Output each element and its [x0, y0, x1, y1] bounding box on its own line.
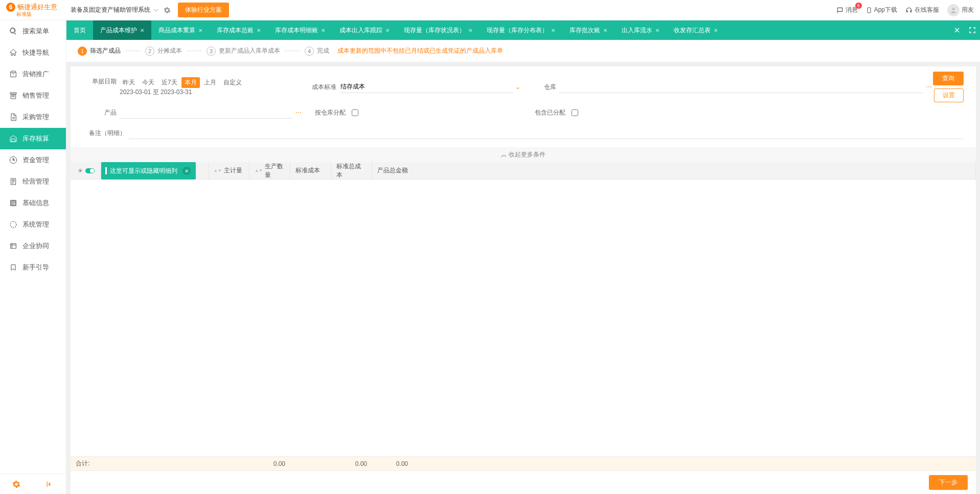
query-button[interactable]: 查询 [933, 72, 964, 85]
include-allocated-label: 包含已分配 [522, 108, 568, 117]
sidebar-item-4[interactable]: 采购管理 [0, 106, 66, 128]
sidebar-item-label: 资金管理 [22, 155, 49, 165]
tab-close-button[interactable]: ✕ [257, 28, 261, 33]
date-quick-5[interactable]: 自定义 [220, 77, 245, 88]
sidebar-item-2[interactable]: 营销推广 [0, 63, 66, 85]
messages-badge: 6 [855, 3, 862, 9]
avatar-icon [947, 4, 960, 16]
table-body [71, 179, 976, 456]
menu-icon [9, 27, 17, 35]
product-input[interactable] [120, 107, 292, 119]
tab-7[interactable]: 现存量（库存分布表）✕ [480, 20, 562, 40]
messages-button[interactable]: 消息 6 [836, 6, 858, 14]
sidebar-collapse-button[interactable] [45, 480, 54, 488]
sidebar-item-1[interactable]: 快捷导航 [0, 42, 66, 63]
date-quick-0[interactable]: 昨天 [120, 77, 138, 88]
tab-close-button[interactable]: ✕ [714, 28, 718, 33]
remark-input[interactable] [129, 127, 964, 139]
column-header-std-total[interactable]: 标准总成本 [331, 162, 372, 179]
sidebar-item-label: 搜索菜单 [22, 27, 49, 36]
sidebar-settings-button[interactable] [12, 480, 20, 488]
column-header-std-cost[interactable]: 标准成本 [290, 162, 331, 179]
sidebar-item-10[interactable]: 企业协同 [0, 235, 66, 257]
sidebar-item-9[interactable]: 系统管理 [0, 214, 66, 235]
tab-0[interactable]: 首页 [66, 20, 93, 40]
close-all-tabs-button[interactable] [949, 27, 965, 33]
filter-settings-button[interactable]: 设置 [934, 88, 964, 102]
tab-label: 出入库流水 [622, 26, 652, 35]
gear-icon [77, 168, 83, 174]
cta-button[interactable]: 体验行业方案 [178, 3, 229, 17]
tab-4[interactable]: 库存成本明细账✕ [268, 20, 332, 40]
collapse-icon [45, 480, 54, 488]
sidebar-item-5[interactable]: 库存核算 [0, 128, 66, 149]
step-0: 1筛选产成品 [78, 47, 121, 56]
product-label: 产品 [83, 108, 120, 117]
tab-close-button[interactable]: ✕ [655, 28, 659, 33]
customer-service-button[interactable]: 在线客服 [905, 6, 939, 14]
by-warehouse-checkbox[interactable] [352, 109, 358, 116]
sidebar-item-7[interactable]: 经营管理 [0, 171, 66, 192]
by-warehouse-label: 按仓库分配 [303, 108, 349, 117]
menu-icon [9, 113, 17, 121]
system-settings-button[interactable] [164, 7, 171, 14]
steps-bar: 1筛选产成品2分摊成本3更新产成品入库单成本4完成 成本更新的范围中不包括已月结… [66, 40, 980, 62]
result-table: 这里可显示或隐藏明细列 ✕ ▲▼主计量 ▲▼生产数量 标准成本 标准总成本 产品… [71, 162, 976, 470]
remark-label: 备注（明细） [83, 129, 129, 138]
product-picker-button[interactable]: ⋯ [295, 109, 303, 116]
tab-close-button[interactable]: ✕ [551, 28, 555, 33]
app-download-button[interactable]: App下载 [866, 6, 897, 14]
tab-3[interactable]: 库存成本总账✕ [210, 20, 268, 40]
tab-9[interactable]: 出入库流水✕ [614, 20, 667, 40]
warehouse-input[interactable] [559, 81, 923, 93]
column-header-amount[interactable]: 产品总金额 [372, 162, 976, 179]
next-step-button[interactable]: 下一步 [929, 475, 968, 490]
fullscreen-button[interactable] [965, 27, 980, 33]
sidebar-item-8[interactable]: 基础信息 [0, 192, 66, 214]
tab-6[interactable]: 现存量（库存状况表）✕ [397, 20, 480, 40]
step-number: 4 [305, 47, 314, 56]
tab-close-button[interactable]: ✕ [468, 28, 472, 33]
warehouse-picker-button[interactable]: ⋯ [926, 83, 933, 91]
system-selector[interactable]: 装备及固定资产辅助管理系统 [71, 6, 158, 14]
column-settings-cell[interactable] [71, 162, 101, 179]
tab-label: 产品成本维护 [100, 26, 137, 35]
user-menu[interactable]: 用友 [947, 4, 974, 16]
tab-close-button[interactable]: ✕ [603, 28, 607, 33]
column-header-main-unit[interactable]: ▲▼主计量 [209, 162, 249, 179]
date-quick-4[interactable]: 上月 [201, 77, 219, 88]
hint-close-button[interactable]: ✕ [183, 167, 191, 175]
date-quick-2[interactable]: 近7天 [158, 77, 180, 88]
footer-amount: 0.00 [372, 460, 413, 467]
tab-2[interactable]: 商品成本重算✕ [151, 20, 210, 40]
chat-icon [836, 7, 844, 14]
date-label: 单据日期 [83, 77, 120, 86]
tab-8[interactable]: 库存批次账✕ [562, 20, 614, 40]
sidebar-item-3[interactable]: 销售管理 [0, 85, 66, 106]
tab-close-button[interactable]: ✕ [140, 28, 144, 33]
sidebar-item-11[interactable]: 新手引导 [0, 257, 66, 278]
tab-label: 现存量（库存分布表） [487, 26, 548, 35]
column-header-prod-qty[interactable]: ▲▼生产数量 [249, 162, 290, 179]
step-label: 完成 [317, 47, 329, 55]
menu-icon [9, 177, 17, 186]
menu-icon [9, 49, 17, 57]
date-quick-3[interactable]: 本月 [181, 77, 200, 88]
tab-close-button[interactable]: ✕ [385, 28, 390, 33]
date-range: 2023-03-01 至 2023-03-31 [120, 88, 245, 97]
date-quick-1[interactable]: 今天 [139, 77, 157, 88]
collapse-filter-button[interactable]: ︽ 收起更多条件 [71, 147, 976, 162]
sidebar-item-label: 快捷导航 [22, 48, 49, 57]
menu-icon [9, 220, 17, 229]
tab-5[interactable]: 成本出入库跟踪✕ [332, 20, 397, 40]
tab-close-button[interactable]: ✕ [198, 28, 202, 33]
sidebar-item-0[interactable]: 搜索菜单 [0, 20, 66, 42]
tab-1[interactable]: 产品成本维护✕ [93, 20, 151, 40]
cost-standard-select[interactable] [339, 81, 513, 93]
tab-10[interactable]: 收发存汇总表✕ [667, 20, 725, 40]
sidebar-item-6[interactable]: 资金管理 [0, 149, 66, 171]
include-allocated-checkbox[interactable] [572, 109, 578, 116]
step-label: 筛选产成品 [90, 47, 121, 55]
footer-prod-qty: 0.00 [249, 460, 290, 467]
tab-close-button[interactable]: ✕ [321, 28, 325, 33]
